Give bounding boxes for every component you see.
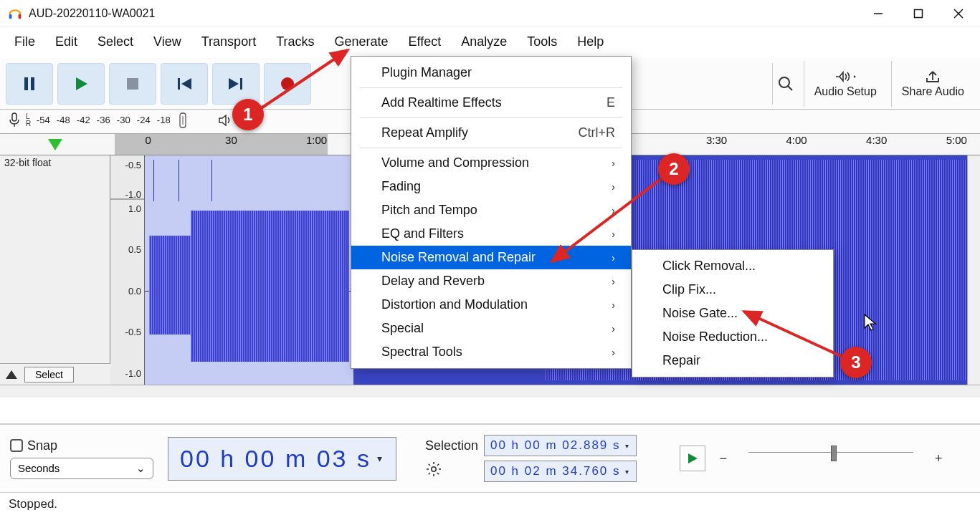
- mic-icon[interactable]: [6, 112, 23, 129]
- submenu-clip-fix[interactable]: Clip Fix...: [632, 278, 833, 302]
- speed-plus[interactable]: +: [935, 451, 943, 466]
- menu-view[interactable]: View: [143, 30, 191, 54]
- gear-icon[interactable]: [425, 461, 444, 479]
- svg-line-16: [788, 86, 792, 90]
- menu-pitch-tempo[interactable]: Pitch and Tempo›: [351, 198, 631, 222]
- menu-distortion-modulation[interactable]: Distortion and Modulation›: [351, 293, 631, 317]
- submenu-noise-gate[interactable]: Noise Gate...: [632, 302, 833, 325]
- pause-button[interactable]: [6, 63, 53, 105]
- track-select-button[interactable]: Select: [24, 367, 74, 382]
- maximize-button[interactable]: [898, 0, 938, 27]
- track-control-panel[interactable]: 32-bit float Select: [0, 155, 110, 385]
- menu-fading[interactable]: Fading›: [351, 175, 631, 198]
- menu-eq-filters[interactable]: EQ and Filters›: [351, 222, 631, 246]
- snap-unit-select[interactable]: Seconds ⌄: [10, 458, 153, 479]
- close-button[interactable]: [938, 0, 979, 27]
- svg-rect-7: [31, 77, 34, 90]
- playback-speed-slider[interactable]: [748, 452, 913, 465]
- vertical-scrollbar[interactable]: [967, 155, 980, 385]
- menu-select[interactable]: Select: [87, 30, 143, 54]
- svg-line-30: [437, 463, 439, 465]
- menu-repeat-amplify[interactable]: Repeat AmplifyCtrl+R: [351, 121, 631, 145]
- submenu-repair[interactable]: Repair: [632, 349, 833, 372]
- svg-rect-3: [915, 9, 923, 17]
- minimize-button[interactable]: [858, 0, 898, 27]
- audio-setup-button[interactable]: Audio Setup: [804, 61, 887, 107]
- submenu-click-removal[interactable]: Click Removal...: [632, 254, 833, 278]
- play-head-marker[interactable]: [48, 139, 62, 150]
- record-button[interactable]: [264, 63, 311, 105]
- svg-rect-13: [240, 78, 242, 90]
- selection-start-display[interactable]: 00 h 00 m 02.889 s▾: [484, 435, 637, 456]
- amplitude-scale: -0.5 -1.0 1.0 0.5 0.0 -0.5 -1.0: [110, 155, 145, 385]
- track-footer: Select: [0, 363, 110, 385]
- window-title: AUD-20220110-WA0021: [29, 7, 858, 20]
- annotation-bubble-3: 3: [840, 347, 872, 378]
- play-at-speed-button[interactable]: [680, 446, 705, 471]
- bottom-toolbar: Snap Seconds ⌄ 00 h 00 m 03 s▾ Selection…: [0, 423, 980, 492]
- dropdown-icon[interactable]: ▾: [377, 453, 384, 464]
- svg-marker-11: [181, 78, 191, 90]
- svg-marker-31: [688, 453, 698, 463]
- mouse-cursor-icon: [864, 314, 878, 332]
- menu-special[interactable]: Special›: [351, 317, 631, 340]
- svg-point-15: [779, 77, 789, 87]
- svg-rect-10: [178, 78, 180, 90]
- skip-end-button[interactable]: [212, 63, 260, 105]
- menu-file[interactable]: File: [4, 30, 45, 54]
- snap-checkbox[interactable]: [10, 439, 23, 452]
- menu-plugin-manager[interactable]: Plugin Manager: [351, 61, 631, 85]
- share-audio-button[interactable]: Share Audio: [891, 61, 974, 107]
- submenu-noise-reduction[interactable]: Noise Reduction...: [632, 325, 833, 349]
- effect-menu-dropdown: Plugin Manager Add Realtime EffectsE Rep…: [351, 56, 632, 369]
- chevron-down-icon: ⌄: [136, 462, 146, 475]
- annotation-bubble-2: 2: [658, 153, 690, 185]
- snap-label: Snap: [27, 438, 57, 453]
- track-format-label: 32-bit float: [0, 155, 110, 170]
- svg-marker-8: [76, 77, 87, 90]
- window-controls: [858, 0, 979, 27]
- speed-minus[interactable]: −: [720, 451, 728, 466]
- menu-volume-compression[interactable]: Volume and Compression›: [351, 151, 631, 175]
- selection-end-display[interactable]: 00 h 02 m 34.760 s▾: [484, 461, 637, 482]
- menu-tracks[interactable]: Tracks: [266, 30, 324, 54]
- menu-help[interactable]: Help: [567, 30, 614, 54]
- app-icon: [7, 6, 23, 21]
- horizontal-scrollbar[interactable]: [0, 385, 980, 398]
- status-text: Stopped.: [9, 497, 57, 511]
- time-position-display[interactable]: 00 h 00 m 03 s▾: [168, 437, 396, 481]
- rec-db-scale: -54-48-42-36-30-24-18: [34, 115, 173, 125]
- title-bar: AUD-20220110-WA0021: [0, 0, 980, 27]
- svg-marker-12: [229, 78, 239, 90]
- audio-setup-label: Audio Setup: [814, 85, 877, 98]
- svg-line-29: [429, 473, 430, 474]
- annotation-bubble-1: 1: [232, 99, 264, 130]
- menu-add-realtime-effects[interactable]: Add Realtime EffectsE: [351, 91, 631, 115]
- skip-start-button[interactable]: [161, 63, 208, 105]
- menu-delay-reverb[interactable]: Delay and Reverb›: [351, 269, 631, 293]
- svg-rect-0: [9, 14, 12, 18]
- selection-label: Selection: [425, 438, 478, 453]
- svg-line-28: [437, 473, 439, 474]
- menu-edit[interactable]: Edit: [45, 30, 87, 54]
- play-button[interactable]: [57, 63, 105, 105]
- menu-transport[interactable]: Transport: [191, 30, 266, 54]
- svg-marker-38: [865, 314, 875, 330]
- svg-rect-1: [19, 14, 22, 18]
- svg-rect-18: [12, 113, 16, 121]
- zoom-icon[interactable]: [772, 63, 799, 105]
- menu-noise-removal-repair[interactable]: Noise Removal and Repair›: [351, 246, 631, 269]
- stop-button[interactable]: [109, 63, 156, 105]
- rec-slider-icon[interactable]: [176, 111, 190, 130]
- collapse-icon[interactable]: [6, 370, 17, 379]
- menu-analyze[interactable]: Analyze: [451, 30, 517, 54]
- menu-generate[interactable]: Generate: [324, 30, 398, 54]
- menu-tools[interactable]: Tools: [517, 30, 567, 54]
- noise-removal-submenu: Click Removal... Clip Fix... Noise Gate.…: [632, 249, 834, 377]
- menu-effect[interactable]: Effect: [399, 30, 452, 54]
- svg-rect-6: [24, 77, 28, 90]
- svg-point-22: [432, 466, 436, 471]
- svg-marker-17: [854, 75, 856, 78]
- menu-spectral-tools[interactable]: Spectral Tools›: [351, 340, 631, 364]
- svg-point-14: [281, 77, 294, 90]
